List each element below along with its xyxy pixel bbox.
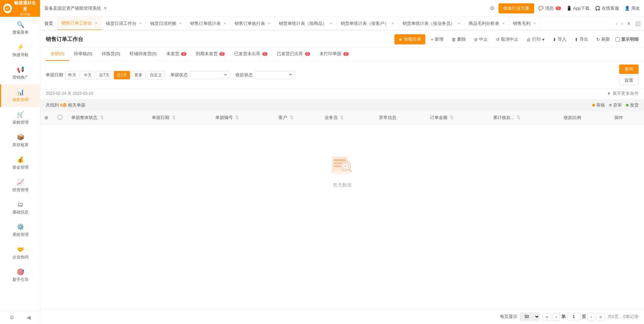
tab-cash-daily-close[interactable]: ✕ [139,22,142,25]
page-input[interactable] [567,313,581,320]
filter-tab-not-printed[interactable]: 未打印单据 0 [315,47,353,61]
sidebar-collapse-icon[interactable]: ◀ [27,314,31,321]
tab-sales-summary[interactable]: 销售毛利 ✕ [509,17,540,30]
tab-sales-summary-close[interactable]: ✕ [533,22,536,25]
sidebar-item-sales[interactable]: 📊 销售管理 [0,84,40,107]
tab-sales-by-customer[interactable]: 销货单统计表（按客户） ✕ [337,17,398,30]
tab-sales-by-staff[interactable]: 销货单统计表（按业务员） ✕ [398,17,465,30]
filter-tab-pending-pick[interactable]: 待拣货(0) [97,47,125,61]
tab-scroll-left[interactable]: ‹ [614,19,619,28]
filter-tab-wangpu[interactable]: 旺铺待发货(0) [125,47,162,61]
last-page-button[interactable]: » [596,313,605,321]
payment-select[interactable] [255,71,295,79]
tab-sales-stats[interactable]: 销售订单统计表 ✕ [186,17,230,30]
status-select[interactable] [190,71,230,79]
topbar-gear-icon[interactable]: ⚙ [490,5,495,11]
sidebar-item-finance[interactable]: 💰 资金管理 [0,152,40,174]
topbar-online-support[interactable]: 🎧 在线客服 [595,5,619,11]
sidebar-item-guide[interactable]: 🎯 新手引导 [0,264,40,287]
ship-action[interactable]: 发货 [626,102,639,108]
tab-home[interactable]: 首页 [40,17,57,30]
add-button[interactable]: + 新增 [428,35,446,44]
tab-sales-by-product[interactable]: 销货单统计表（按商品） ✕ [275,17,337,30]
tab-cash-daily[interactable]: 钱货日清工作台 ✕ [102,17,146,30]
filter-tab-shipped-out[interactable]: 已发货已出库 0 [272,47,315,61]
date-btn-yesterday[interactable]: 昨天 [65,71,79,79]
tab-sales-workbench[interactable]: 销售订单工作台 ✕ [57,17,102,30]
stop-button[interactable]: ⊘ 中止 [471,35,490,44]
date-btn-today[interactable]: 今天 [81,71,95,79]
show-detail-checkbox-group[interactable]: 显示明细 [615,36,639,42]
th-number[interactable]: 单据编号 ⇅ [211,111,274,124]
filter-tab-overdue[interactable]: 到期未发货 0 [191,47,229,61]
cancel-stop-button[interactable]: ↺ 取消中止 [493,35,521,44]
sidebar-item-inventory[interactable]: 📦 库存核算 [0,129,40,152]
next-page-button[interactable]: › [588,313,595,321]
th-salesperson[interactable]: 业务员 ⇅ [320,111,375,124]
audit-action[interactable]: 审核 [592,102,605,108]
tab-sales-exec-close[interactable]: ✕ [268,22,270,25]
tab-sales-workbench-close[interactable]: ✕ [95,21,97,25]
tab-close-all[interactable]: ✕ [626,19,632,28]
tab-gross-profit-label: 商品毛利分析表 [469,21,499,27]
th-amount[interactable]: 订单金额 ⇅ [426,111,489,124]
th-collected[interactable]: 累计收款... ⇅ [489,111,560,124]
date-btn-more[interactable]: 更多 [131,71,145,79]
th-status[interactable]: 单据整体状态 ⇅ [67,111,148,124]
setting-button[interactable]: 设置 [619,75,639,85]
tab-sales-by-customer-close[interactable]: ✕ [391,22,394,25]
solution-button[interactable]: 体验行业方案 [499,3,534,13]
topbar-app-download[interactable]: 📱 App下载 [566,5,590,11]
filter-tab-pending-audit[interactable]: 待审核(0) [69,47,97,61]
tab-maximize[interactable]: ⬜ [634,19,642,28]
topbar-user[interactable]: 👤 用友 [625,5,640,11]
print-button[interactable]: 🖨 打印 ▾ [524,35,547,44]
expand-conditions-button[interactable]: ▼ 展开更多条件 [607,90,639,96]
tab-sales-stats-close[interactable]: ✕ [223,22,226,25]
sidebar-item-basic-info[interactable]: 🗂 基础信息 [0,197,40,219]
sidebar-item-system[interactable]: ⚙️ 系统管理 [0,219,40,242]
sidebar-item-purchase[interactable]: 🛒 采购管理 [0,107,40,129]
date-btn-7days[interactable]: 近7天 [96,71,113,79]
tab-gross-profit-close[interactable]: ✕ [502,22,505,25]
first-page-button[interactable]: « [543,313,551,321]
tab-gross-profit[interactable]: 商品毛利分析表 ✕ [465,17,509,30]
th-amount-label: 订单金额 [430,115,447,120]
sidebar-item-enterprise[interactable]: 🤝 企业协同 [0,242,40,264]
th-date[interactable]: 单据日期 ⇅ [148,111,211,124]
tab-cash-reconcile-close[interactable]: ✕ [179,22,182,25]
per-page-select[interactable]: 10 20 50 100 [520,313,540,321]
date-btn-1month[interactable]: 近1月 [114,71,130,79]
show-detail-checkbox[interactable] [615,37,620,42]
export-button[interactable]: ⬆ 导出 [572,35,591,44]
refresh-button[interactable]: ↻ 刷新 [594,35,613,44]
sidebar-item-marketing[interactable]: 📢 营销推广 [0,62,40,84]
query-button[interactable]: 查询 [619,65,639,74]
filter-tab-shipped-not-out[interactable]: 已发货未出库 0 [229,47,272,61]
tab-sales-by-product-close[interactable]: ✕ [330,22,332,25]
tab-scroll-right[interactable]: › [620,19,624,28]
import-button[interactable]: ⬇ 导入 [550,35,569,44]
tab-cash-reconcile[interactable]: 钱货日清对账 ✕ [146,17,186,30]
topbar-message[interactable]: 💬 消息 6 [538,5,561,11]
online-support-icon: 🎧 [595,6,600,11]
filter-tab-not-shipped[interactable]: 未发货 0 [162,47,191,61]
tab-sales-by-staff-close[interactable]: ✕ [458,22,460,25]
filter-tab-all[interactable]: 全部(0) [46,47,69,61]
sidebar-item-search[interactable]: 🔍 搜索菜单 [0,17,40,39]
prev-page-button[interactable]: ‹ [553,313,560,321]
smart-gen-button[interactable]: ★ 智能生单 [394,34,425,44]
date-btn-custom[interactable]: 自定义 [147,71,165,79]
cancel-audit-action[interactable]: 弃审 [609,102,622,108]
th-customer[interactable]: 客户 ⇅ [274,111,320,124]
tab-cash-daily-label: 钱货日清工作台 [106,21,136,27]
sidebar-item-quick-nav[interactable]: ⚡ 快捷导航 [0,39,40,62]
delete-button[interactable]: 🗑 删除 [449,35,469,44]
column-setting-icon[interactable]: ⚙ [44,115,48,120]
sidebar-settings-icon[interactable]: ⚙ [9,314,14,321]
sidebar-item-operation[interactable]: 📈 经营管理 [0,174,40,197]
tab-sales-by-customer-label: 销货单统计表（按客户） [341,21,389,27]
select-all-checkbox[interactable] [58,115,62,119]
page-header-actions: ★ 智能生单 + 新增 🗑 删除 ⊘ 中止 ↺ 取消中止 [394,34,639,44]
tab-sales-exec[interactable]: 销售订单执行表 ✕ [230,17,275,30]
